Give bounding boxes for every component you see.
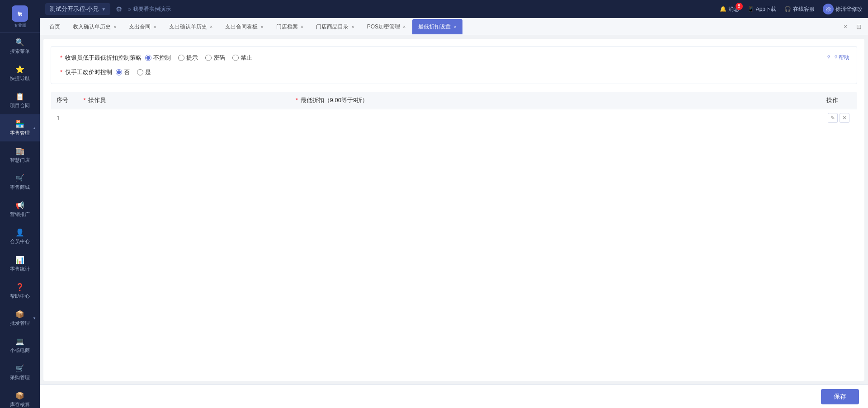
help-icon: ？ (826, 54, 831, 61)
col-header-seq: 序号 (51, 92, 78, 109)
sidebar-item-stats[interactable]: 📊 零售统计 (0, 250, 40, 277)
manual-label: * 仅手工改价时控制 (60, 68, 112, 76)
manual-radio-group: 否 是 (116, 68, 151, 76)
strategy-option-no-control[interactable]: 不控制 (145, 54, 171, 62)
close-icon[interactable]: × (210, 24, 212, 29)
member-icon: 👤 (15, 228, 24, 237)
col-header-discount: * 最低折扣（9.00等于9折） (290, 92, 821, 109)
marketing-icon: 📢 (15, 201, 24, 210)
sidebar-item-search[interactable]: 🔍 搜索菜单 (0, 33, 40, 60)
sidebar-item-help[interactable]: ❓ 帮助中心 (0, 277, 40, 305)
sidebar-item-label: 零售管理 (10, 130, 30, 136)
notification-badge: 8 (736, 3, 743, 10)
sidebar-item-retail[interactable]: 🏪 零售管理 (0, 114, 40, 141)
sidebar-item-label: 零售商城 (10, 184, 30, 190)
sidebar-logo: 畅 专业版 (0, 0, 40, 33)
sidebar-item-contract[interactable]: 📋 项目合同 (0, 87, 40, 114)
sidebar-item-marketing[interactable]: 📢 营销推广 (0, 196, 40, 223)
topbar-settings-btn[interactable]: ⚙ (116, 5, 122, 14)
close-icon[interactable]: × (351, 24, 354, 29)
purchase-icon: 🛒 (15, 364, 24, 373)
logo-text: 专业版 (14, 23, 26, 28)
tab-store-file[interactable]: 门店档案 × (270, 19, 309, 34)
inventory-icon: 📦 (15, 391, 24, 400)
user-name: 徐泽华修改 (835, 5, 863, 13)
sidebar-item-label: 批发管理 (10, 320, 30, 326)
sidebar-item-mall[interactable]: 🛒 零售商城 (0, 169, 40, 196)
tab-label: 支出合同看板 (225, 23, 258, 31)
delete-row-btn[interactable]: ✕ (840, 113, 849, 123)
app-download-btn[interactable]: 📱 App下载 (747, 5, 776, 13)
tab-expense-board[interactable]: 支出合同看板 × (219, 19, 269, 34)
close-icon[interactable]: × (260, 24, 263, 29)
save-button[interactable]: 保存 (821, 389, 859, 404)
close-icon[interactable]: × (301, 24, 303, 29)
tab-label: 收入确认单历史 (73, 23, 111, 31)
sidebar-item-smartstore[interactable]: 🏬 智慧门店 (0, 141, 40, 169)
sidebar-item-label: 项目合同 (10, 103, 30, 108)
sidebar-item-inventory[interactable]: 📦 库存核算 (0, 386, 40, 408)
star-icon: ⭐ (15, 65, 24, 74)
tab-bar-actions: × ⊡ (840, 21, 864, 32)
sidebar: 畅 专业版 🔍 搜索菜单 ⭐ 快捷导航 📋 项目合同 🏪 零售管理 🏬 智慧门店… (0, 0, 40, 408)
manual-option-no[interactable]: 否 (116, 68, 130, 76)
sidebar-item-label: 会员中心 (10, 239, 30, 244)
strategy-label: * 收银员低于最低折扣控制策略 (60, 54, 142, 62)
table-container: 序号 * 操作员 * 最低折扣（9.00等于9折） (51, 91, 857, 127)
manual-option-yes[interactable]: 是 (137, 68, 151, 76)
cell-seq: 1 (51, 109, 78, 127)
radio-circle-icon: ○ (127, 6, 131, 13)
sidebar-item-ecommerce[interactable]: 💻 小畅电商 (0, 332, 40, 359)
sidebar-item-purchase[interactable]: 🛒 采购管理 (0, 359, 40, 386)
user-info[interactable]: 徐 徐泽华修改 (823, 4, 863, 14)
close-icon[interactable]: × (153, 24, 156, 29)
tab-expense-history[interactable]: 支出确认单历史 × (163, 19, 218, 34)
logo-icon: 畅 (12, 5, 28, 22)
tab-pos-encrypt[interactable]: POS加密管理 × (361, 19, 412, 34)
tab-income-history[interactable]: 收入确认单历史 × (67, 19, 122, 34)
content-area: ？ ？帮助 * 收银员低于最低折扣控制策略 不控制 (40, 35, 868, 385)
strategy-radio-group: 不控制 提示 密码 禁 (145, 54, 252, 62)
strategy-option-forbid[interactable]: 禁止 (232, 54, 252, 62)
customer-service-label: 在线客服 (793, 5, 815, 13)
close-tab-btn[interactable]: × (840, 21, 851, 32)
bottom-bar: 保存 (40, 385, 868, 408)
customer-service-btn[interactable]: 🎧 在线客服 (784, 5, 815, 13)
tab-bar: 首页 收入确认单历史 × 支出合同 × 支出确认单历史 × 支出合同看板 × 门… (40, 18, 868, 35)
tab-expense-contract[interactable]: 支出合同 × (123, 19, 162, 34)
col-header-action: 操作 (821, 92, 857, 109)
edit-row-btn[interactable]: ✎ (828, 113, 838, 123)
form-section: ？ ？帮助 * 收银员低于最低折扣控制策略 不控制 (51, 46, 857, 84)
app-download-label: App下载 (756, 5, 776, 13)
project-selector[interactable]: 测试分开示程-小兄 ▼ (45, 3, 110, 15)
help-btn[interactable]: ？ ？帮助 (826, 54, 849, 61)
contract-icon: 📋 (15, 92, 24, 101)
strategy-option-prompt[interactable]: 提示 (178, 54, 198, 62)
sidebar-item-label: 采购管理 (10, 375, 30, 380)
retail-icon: 🏪 (15, 120, 24, 128)
sidebar-item-label: 帮助中心 (10, 293, 30, 299)
expand-tab-btn[interactable]: ⊡ (854, 21, 864, 32)
demo-link[interactable]: ○ 我要看实例演示 (127, 5, 171, 13)
strategy-row: * 收银员低于最低折扣控制策略 不控制 提示 (60, 54, 848, 62)
sidebar-item-wholesale[interactable]: 📦 批发管理 (0, 305, 40, 332)
sidebar-item-label: 零售统计 (10, 266, 30, 272)
sidebar-item-label: 智慧门店 (10, 157, 30, 163)
tab-min-discount[interactable]: 最低折扣设置 × (412, 19, 462, 34)
required-mark: * (60, 69, 62, 75)
cell-operator (78, 109, 290, 127)
close-icon[interactable]: × (403, 24, 406, 29)
tab-label: POS加密管理 (367, 23, 400, 31)
notification-btn[interactable]: 🔔 消息 8 (720, 5, 739, 13)
tab-store-catalog[interactable]: 门店商品目录 × (310, 19, 360, 34)
tab-label: 首页 (49, 23, 60, 31)
close-icon[interactable]: × (453, 24, 456, 29)
sidebar-item-quicknav[interactable]: ⭐ 快捷导航 (0, 60, 40, 87)
ecommerce-icon: 💻 (15, 337, 24, 346)
close-icon[interactable]: × (113, 24, 116, 29)
tab-home[interactable]: 首页 (43, 19, 66, 34)
required-mark: * (60, 54, 62, 61)
strategy-option-password[interactable]: 密码 (205, 54, 225, 62)
page-card: ？ ？帮助 * 收银员低于最低折扣控制策略 不控制 (43, 39, 864, 381)
sidebar-item-member[interactable]: 👤 会员中心 (0, 223, 40, 250)
